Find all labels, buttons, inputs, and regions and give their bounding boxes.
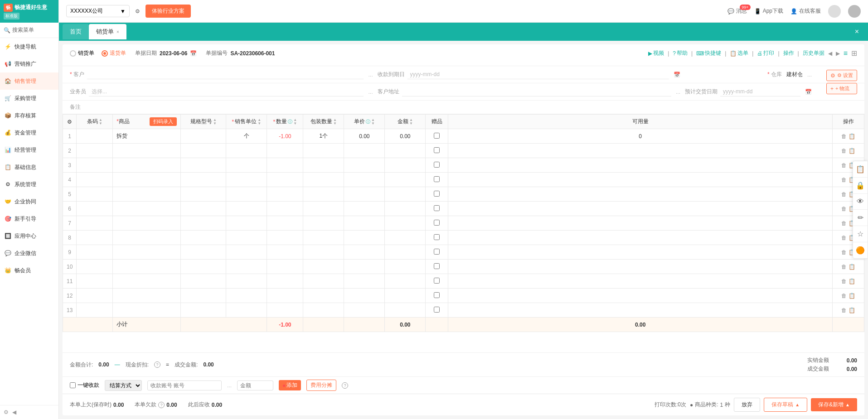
- row-product[interactable]: [113, 216, 181, 231]
- row-gift[interactable]: [426, 260, 448, 274]
- row-pkg-qty[interactable]: [303, 303, 344, 318]
- sidebar-collapse-icon[interactable]: ◀: [12, 409, 16, 415]
- trial-btn[interactable]: 体验行业方案: [145, 5, 191, 18]
- row-spec[interactable]: [181, 274, 226, 289]
- row-unit-price[interactable]: [344, 289, 385, 303]
- row-pkg-qty[interactable]: [303, 274, 344, 289]
- side-float-lock[interactable]: 🔒: [853, 178, 868, 194]
- tab-current[interactable]: 销货单 ×: [89, 24, 126, 39]
- row-pkg-qty[interactable]: [303, 216, 344, 231]
- sidebar-item-quick-nav[interactable]: ⚡快捷导航: [0, 38, 58, 55]
- tab-close-all-btn[interactable]: ×: [849, 28, 864, 36]
- row-unit[interactable]: [226, 187, 267, 202]
- row-unit-price[interactable]: [344, 216, 385, 231]
- radio-return[interactable]: 退货单: [102, 49, 126, 57]
- delete-row-icon[interactable]: 🗑: [841, 307, 847, 313]
- salesperson-ellipsis[interactable]: ...: [368, 89, 373, 95]
- row-unit[interactable]: [226, 245, 267, 260]
- row-unit-price[interactable]: [344, 303, 385, 318]
- row-gift[interactable]: [426, 144, 448, 158]
- row-unit[interactable]: [226, 202, 267, 216]
- row-qty[interactable]: [267, 260, 303, 274]
- delete-row-icon[interactable]: 🗑: [841, 293, 847, 299]
- row-qty[interactable]: [267, 216, 303, 231]
- operate-link[interactable]: 操作: [783, 49, 794, 57]
- customer-input[interactable]: [87, 70, 364, 79]
- side-float-orange[interactable]: 🟠: [853, 242, 868, 258]
- row-unit[interactable]: [226, 289, 267, 303]
- row-qty[interactable]: [267, 202, 303, 216]
- gift-checkbox[interactable]: [434, 133, 440, 139]
- payment-amount-input[interactable]: [237, 380, 273, 390]
- row-pkg-qty[interactable]: [303, 245, 344, 260]
- sidebar-item-finance[interactable]: 💰资金管理: [0, 124, 58, 141]
- row-amount[interactable]: [385, 173, 426, 187]
- row-product[interactable]: [113, 202, 181, 216]
- row-pkg-qty[interactable]: [303, 173, 344, 187]
- customer-address-ellipsis[interactable]: ...: [676, 89, 680, 95]
- sidebar-search[interactable]: 🔍 搜索菜单: [0, 23, 58, 38]
- sidebar-item-system[interactable]: ⚙系统管理: [0, 176, 58, 193]
- row-unit-price[interactable]: [344, 158, 385, 173]
- row-gift[interactable]: [426, 158, 448, 173]
- list-view-icon[interactable]: ≡: [844, 49, 848, 58]
- row-qty[interactable]: -1.00: [267, 129, 303, 144]
- row-unit-price[interactable]: [344, 231, 385, 245]
- row-barcode[interactable]: [77, 274, 113, 289]
- row-qty[interactable]: [267, 289, 303, 303]
- row-product[interactable]: [113, 303, 181, 318]
- gift-checkbox[interactable]: [434, 278, 440, 284]
- row-qty[interactable]: [267, 144, 303, 158]
- gift-checkbox[interactable]: [434, 234, 440, 240]
- row-pkg-qty[interactable]: [303, 289, 344, 303]
- row-amount[interactable]: [385, 231, 426, 245]
- video-link[interactable]: ▶ 视频: [648, 49, 664, 57]
- logistics-btn[interactable]: + + 物流: [826, 83, 857, 94]
- due-date-input[interactable]: [407, 70, 669, 79]
- customer-address-input[interactable]: [402, 87, 671, 96]
- row-qty[interactable]: [267, 173, 303, 187]
- row-spec[interactable]: [181, 289, 226, 303]
- row-amount[interactable]: [385, 245, 426, 260]
- select-link[interactable]: 📋 选单: [730, 49, 748, 57]
- row-spec[interactable]: [181, 231, 226, 245]
- row-unit-price[interactable]: [344, 187, 385, 202]
- row-pkg-qty[interactable]: 1个: [303, 129, 344, 144]
- online-service-btn[interactable]: 👤 在线客服: [790, 7, 821, 15]
- save-draft-btn[interactable]: 保存草稿 ▲: [764, 398, 807, 412]
- delete-row-icon[interactable]: 🗑: [841, 191, 847, 197]
- sidebar-item-appstore[interactable]: 🔲应用中心: [0, 227, 58, 245]
- prev-icon[interactable]: ◀: [828, 50, 832, 57]
- delete-row-icon[interactable]: 🗑: [841, 206, 847, 212]
- user-avatar2[interactable]: [848, 5, 861, 18]
- row-product[interactable]: [113, 274, 181, 289]
- tab-close-icon[interactable]: ×: [116, 29, 119, 34]
- user-avatar[interactable]: [828, 5, 841, 18]
- scan-btn[interactable]: 扫码录入: [150, 117, 177, 126]
- row-barcode[interactable]: [77, 144, 113, 158]
- row-amount[interactable]: [385, 216, 426, 231]
- row-unit[interactable]: [226, 144, 267, 158]
- side-float-doc[interactable]: 📋: [853, 161, 868, 178]
- row-unit[interactable]: [226, 274, 267, 289]
- delete-row-icon[interactable]: 🗑: [841, 249, 847, 255]
- row-gift[interactable]: [426, 129, 448, 144]
- delete-row-icon[interactable]: 🗑: [841, 235, 847, 241]
- sidebar-settings-icon[interactable]: ⚙: [4, 409, 9, 415]
- row-spec[interactable]: [181, 245, 226, 260]
- payment-method-select[interactable]: 结算方式: [105, 380, 142, 391]
- warehouse-ellipsis[interactable]: ...: [807, 72, 812, 78]
- row-gift[interactable]: [426, 202, 448, 216]
- row-unit[interactable]: 个: [226, 129, 267, 144]
- row-spec[interactable]: [181, 129, 226, 144]
- th-product[interactable]: *商品 扫码录入: [113, 115, 181, 129]
- due-date-calendar-icon[interactable]: 📅: [674, 72, 680, 78]
- gift-checkbox[interactable]: [434, 205, 440, 211]
- sidebar-item-sales[interactable]: 🏠销售管理: [0, 72, 58, 90]
- salesperson-input[interactable]: [89, 87, 364, 96]
- row-product[interactable]: [113, 173, 181, 187]
- row-amount[interactable]: [385, 274, 426, 289]
- row-gift[interactable]: [426, 216, 448, 231]
- row-product[interactable]: [113, 231, 181, 245]
- sidebar-item-member[interactable]: 👑畅会员: [0, 262, 58, 279]
